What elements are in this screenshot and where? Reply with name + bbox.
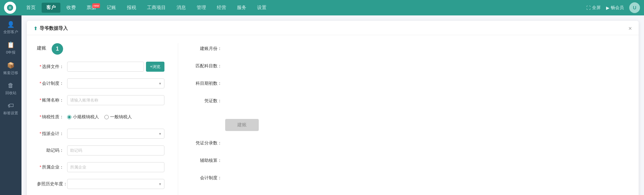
build-account-button[interactable]: 建账 — [225, 119, 259, 131]
dialog-body: 建账 1 *选择文件： +浏览 — [27, 35, 639, 195]
member-btn[interactable]: ▶ 畅会员 — [606, 5, 624, 11]
app-logo[interactable] — [4, 2, 16, 14]
nav-business[interactable]: 工商项目 — [142, 3, 170, 13]
nav-settings[interactable]: 设置 — [252, 3, 271, 13]
nav-management[interactable]: 管理 — [192, 3, 211, 13]
sidebar: 👤 全部客户 📋 0申报 📦 账套迁移 🗑 回收站 🏷 标签设置 — [0, 15, 21, 195]
sidebar-item-tag-settings[interactable]: 🏷 标签设置 — [0, 100, 21, 118]
nav-invoices[interactable]: 票据 new — [82, 3, 101, 13]
accounting-system-row: *会计制度： ▼ — [37, 78, 164, 89]
file-label: *选择文件： — [37, 64, 64, 70]
main-layout: 👤 全部客户 📋 0申报 📦 账套迁移 🗑 回收站 🏷 标签设置 ⬆ 导爷 — [0, 15, 644, 195]
assign-accountant-select-wrapper: ▼ — [67, 129, 164, 139]
right-accounting-system-row: 会计制度： — [192, 173, 286, 183]
account-migration-icon: 📦 — [7, 62, 14, 69]
history-year-select[interactable] — [67, 179, 164, 189]
right-accounting-system-label: 会计制度： — [192, 175, 222, 181]
general-taxpayer-label[interactable]: 一般纳税人 — [104, 114, 132, 120]
ledger-name-label: *账簿名称： — [37, 97, 64, 103]
fullscreen-btn[interactable]: ⛶ 全屏 — [586, 5, 601, 11]
file-input-group: +浏览 — [67, 62, 164, 72]
assign-accountant-select[interactable] — [67, 129, 164, 139]
subject-initial-label: 科目期初数： — [192, 80, 222, 86]
browse-button[interactable]: +浏览 — [146, 62, 164, 72]
build-month-label: 建账月份： — [192, 46, 222, 52]
sidebar-item-account-migration[interactable]: 📦 账套迁移 — [0, 59, 21, 78]
nav-tax[interactable]: 报税 — [122, 3, 141, 13]
step-label: 建账 — [37, 43, 46, 51]
small-taxpayer-radio[interactable] — [67, 115, 71, 119]
sidebar-item-zero-declaration[interactable]: 📋 0申报 — [0, 39, 21, 58]
nav-right: ⛶ 全屏 ▶ 畅会员 U — [586, 2, 640, 13]
ledger-name-row: *账簿名称： — [37, 95, 164, 106]
form-left: 建账 1 *选择文件： +浏览 — [37, 43, 164, 195]
nav-items: 首页 客户 收费 票据 new 记账 报税 工商项目 消息 管理 经营 服务 设… — [21, 3, 586, 13]
tax-type-row: *纳税性质： 小规模纳税人 一般纳税人 — [37, 112, 164, 122]
nav-billing[interactable]: 收费 — [62, 3, 81, 13]
all-customers-icon: 👤 — [7, 21, 14, 28]
zero-declaration-icon: 📋 — [7, 41, 14, 49]
nav-home[interactable]: 首页 — [21, 3, 40, 13]
voucher-entries-label: 凭证分录数： — [192, 140, 222, 146]
ledger-name-input[interactable] — [67, 95, 164, 105]
top-nav: 首页 客户 收费 票据 new 记账 报税 工商项目 消息 管理 经营 服务 设… — [0, 0, 644, 15]
step-circle: 1 — [52, 43, 63, 55]
dialog-header: ⬆ 导爷数据导入 × — [27, 21, 639, 35]
small-taxpayer-label[interactable]: 小规模纳税人 — [67, 114, 99, 120]
subject-initial-row: 科目期初数： — [192, 78, 286, 89]
nav-operations[interactable]: 经营 — [212, 3, 231, 13]
recycle-bin-icon: 🗑 — [8, 82, 14, 89]
step-area: 建账 1 — [37, 43, 164, 55]
memo-code-label: 助记码： — [37, 147, 64, 153]
tag-settings-icon: 🏷 — [8, 102, 14, 109]
voucher-entries-row: 凭证分录数： — [192, 138, 286, 148]
content-area: ⬆ 导爷数据导入 × 建账 1 *选择文件： — [21, 15, 644, 195]
match-subjects-label: 匹配科目数： — [192, 63, 222, 69]
assign-accountant-label: *指派会计： — [37, 131, 64, 137]
new-badge: new — [92, 3, 100, 8]
history-year-select-wrapper: ▼ — [67, 179, 164, 189]
memo-code-input[interactable] — [67, 145, 164, 155]
voucher-count-label: 凭证数： — [192, 98, 222, 104]
nav-customers[interactable]: 客户 — [42, 3, 60, 13]
accounting-system-select[interactable] — [67, 78, 164, 88]
nav-bookkeeping[interactable]: 记账 — [102, 3, 121, 13]
history-year-row: 参照历史年度： ▼ — [37, 179, 164, 189]
sidebar-item-all-customers[interactable]: 👤 全部客户 — [0, 18, 21, 37]
memo-code-row: 助记码： — [37, 145, 164, 156]
accounting-system-label: *会计制度： — [37, 80, 64, 86]
history-year-label: 参照历史年度： — [37, 181, 64, 187]
company-row: *所属企业： — [37, 162, 164, 173]
build-month-row: 建账月份： — [192, 43, 286, 54]
sidebar-item-recycle-bin[interactable]: 🗑 回收站 — [0, 79, 21, 98]
nav-services[interactable]: 服务 — [232, 3, 251, 13]
match-subjects-row: 匹配科目数： — [192, 61, 286, 71]
import-icon: ⬆ — [34, 26, 38, 31]
auxiliary-row: 辅助核算： — [192, 155, 286, 166]
voucher-count-row: 凭证数： — [192, 95, 286, 106]
tax-type-label: *纳税性质： — [37, 114, 64, 120]
user-avatar[interactable]: U — [629, 2, 640, 13]
auxiliary-label: 辅助核算： — [192, 157, 222, 164]
company-input[interactable] — [67, 162, 164, 172]
file-input[interactable] — [67, 62, 144, 72]
import-dialog: ⬆ 导爷数据导入 × 建账 1 *选择文件： — [27, 21, 639, 195]
file-select-row: *选择文件： +浏览 — [37, 61, 164, 72]
dialog-title: ⬆ 导爷数据导入 — [34, 25, 68, 31]
nav-messages[interactable]: 消息 — [172, 3, 191, 13]
accounting-system-select-wrapper: ▼ — [67, 78, 164, 88]
general-taxpayer-radio[interactable] — [104, 115, 109, 119]
assign-accountant-row: *指派会计： ▼ — [37, 128, 164, 139]
form-right: 建账月份： 匹配科目数： 科目期初数： 凭证数： — [192, 43, 286, 195]
company-label: *所属企业： — [37, 164, 64, 170]
build-btn-row: 建账 — [192, 116, 286, 131]
section-divider — [178, 43, 178, 195]
close-button[interactable]: × — [628, 25, 632, 31]
tax-type-radio-group: 小规模纳税人 一般纳税人 — [67, 114, 164, 120]
